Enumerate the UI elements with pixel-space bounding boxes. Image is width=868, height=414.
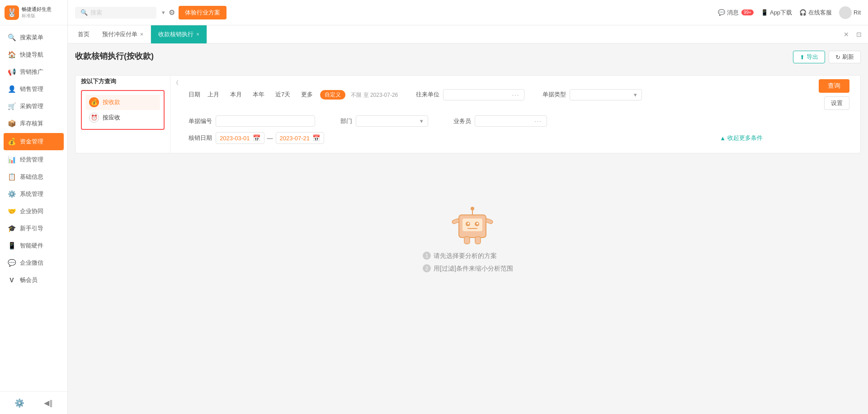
collapse-sidebar-icon[interactable]: ◀‖ [44,399,53,407]
svg-point-4 [467,223,469,224]
filter-row-2: 单据编号 部门 ▾ 业务员 ··· [189,115,853,127]
verify-date-end-input[interactable]: 2023-07-21 📅 [276,132,325,144]
filter-left-title: 按以下方查询 [81,77,165,86]
topbar-gear-icon[interactable]: ⚙ [169,8,175,17]
topbar-chevron-icon[interactable]: ▾ [162,9,165,16]
settings-bottom-icon[interactable]: ⚙️ [14,398,24,408]
finance-icon: 💰 [7,138,16,146]
search-topbar-icon: 🔍 [80,9,88,16]
export-button[interactable]: ⬆ 导出 [793,51,825,63]
sidebar-item-enterprise[interactable]: 🤝 企业协同 [0,203,67,220]
tab-maximize-icon[interactable]: ⊡ [854,29,863,40]
tabbar: 首页 预付冲应付单 × 收款核销执行 × ✕ ⊡ [68,25,868,43]
svg-point-12 [471,207,474,210]
bill-type-label: 单据类型 [542,90,566,99]
sales-select[interactable]: ··· [475,115,547,127]
verify-date-start-input[interactable]: 2023-03-01 📅 [216,132,264,144]
headset-icon: 🎧 [799,9,807,16]
tabbar-right-controls: ✕ ⊡ [842,29,863,40]
sidebar-item-sales[interactable]: 👤 销售管理 [0,81,67,98]
user-menu[interactable]: Rit [839,6,861,19]
filter-option-by-receivable[interactable]: ⏰ 按应收 [85,110,160,125]
sidebar-item-purchase[interactable]: 🛒 采购管理 [0,98,67,115]
date-label: 日期 [189,90,200,99]
collapse-toggle[interactable]: 《 [170,76,181,153]
purchase-icon: 🛒 [7,102,16,110]
date-7days[interactable]: 近7天 [272,90,294,100]
sidebar-logo: 🐰 畅捷通好生意 标准版 [0,0,67,25]
verify-date-range: 2023-03-01 📅 — 2023-07-21 📅 [216,132,324,144]
filter-left-panel: 按以下方查询 💰 按收款 ⏰ 按应收 [75,76,170,153]
sidebar-item-wechat[interactable]: 💬 企业微信 [0,254,67,271]
settings-button[interactable]: 设置 [824,96,849,110]
sidebar-item-system[interactable]: ⚙️ 系统管理 [0,186,67,203]
date-last-month[interactable]: 上月 [204,90,223,100]
search-icon: 🔍 [7,33,16,42]
bill-no-input[interactable] [216,115,315,127]
query-button[interactable]: 查询 [819,79,849,93]
topbar-left: 🔍 搜索 ▾ ⚙ 体验行业方案 [75,6,226,19]
sales-dots-icon: ··· [534,118,542,124]
svg-rect-10 [475,237,481,244]
search-placeholder: 搜索 [90,9,102,17]
sales-label: 业务员 [453,117,471,125]
sidebar-item-guide[interactable]: 🎓 新手引导 [0,220,67,237]
filter-date-item: 日期 上月 本月 本年 近7天 更多 自定义 不限 至 2023-07-26 [189,90,398,100]
sales-icon: 👤 [7,85,16,93]
sidebar-item-quicknav[interactable]: 🏠 快捷导航 [0,46,67,63]
tab1-close-icon[interactable]: × [140,31,143,38]
tab2-label: 收款核销执行 [158,30,193,38]
dept-select[interactable]: ▾ [356,115,428,127]
sidebar-item-vip[interactable]: V 畅会员 [0,271,67,289]
tab-close-window-icon[interactable]: ✕ [842,29,851,40]
sidebar-item-inventory[interactable]: 📦 库存核算 [0,115,67,132]
calendar-end-icon: 📅 [312,134,320,142]
verify-date-end-value: 2023-07-21 [280,135,310,142]
chevron-up-icon: ▲ [720,135,726,142]
operations-icon: 📊 [7,156,16,164]
tab2-close-icon[interactable]: × [196,31,199,38]
tab-collection-verify[interactable]: 收款核销执行 × [151,25,207,43]
verify-date-label: 核销日期 [189,134,212,142]
receipt-icon: 💰 [89,97,99,107]
tab-home[interactable]: 首页 [72,25,95,43]
topbar: 🔍 搜索 ▾ ⚙ 体验行业方案 💬 消息 99+ 📱 App下载 🎧 在线客服 [68,0,868,25]
enterprise-icon: 🤝 [7,207,16,215]
sidebar-nav: 🔍 搜索菜单 🏠 快捷导航 📢 营销推广 👤 销售管理 🛒 采购管理 📦 库存核… [0,25,67,391]
date-custom-btn[interactable]: 自定义 [320,90,345,100]
counterpart-label: 往来单位 [416,90,439,99]
counterpart-select[interactable]: ··· [443,89,524,100]
app-download-button[interactable]: 📱 App下载 [761,9,792,17]
filter-panel: 按以下方查询 💰 按收款 ⏰ 按应收 《 [75,75,861,153]
svg-rect-1 [462,219,482,231]
online-service-button[interactable]: 🎧 在线客服 [799,9,832,17]
refresh-button[interactable]: ↻ 刷新 [829,51,861,63]
bill-type-select[interactable]: ▾ [570,89,642,100]
inventory-icon: 📦 [7,119,16,128]
date-this-year[interactable]: 本年 [249,90,268,100]
sidebar-item-basic[interactable]: 📋 基础信息 [0,168,67,186]
industry-solution-button[interactable]: 体验行业方案 [179,6,226,19]
message-button[interactable]: 💬 消息 99+ [718,9,754,17]
filter-option-by-receipt[interactable]: 💰 按收款 [85,95,160,110]
date-this-month[interactable]: 本月 [226,90,245,100]
page-content: 收款核销执行(按收款) ⬆ 导出 ↻ 刷新 按以下方查询 💰 [68,43,868,414]
receivable-icon: ⏰ [89,113,99,123]
empty-step-2: 2 用[过滤]条件来缩小分析范围 [423,262,513,275]
empty-hint-text: 1 请先选择要分析的方案 2 用[过滤]条件来缩小分析范围 [423,249,513,275]
filter-row-3: 核销日期 2023-03-01 📅 — 2023-07-21 📅 [189,132,853,144]
topbar-search-box: 🔍 搜索 [75,7,156,19]
tab-prepay[interactable]: 预付冲应付单 × [95,25,151,43]
collapse-more-button[interactable]: ▲ 收起更多条件 [720,134,763,142]
message-badge: 99+ [741,10,754,15]
sidebar-item-hardware[interactable]: 📱 智能硬件 [0,237,67,254]
svg-point-5 [476,223,478,224]
sidebar-item-operations[interactable]: 📊 经营管理 [0,151,67,168]
sidebar-item-finance[interactable]: 💰 资金管理 [4,133,64,150]
sidebar-item-search[interactable]: 🔍 搜索菜单 [0,29,67,46]
sidebar-item-marketing[interactable]: 📢 营销推广 [0,63,67,81]
wechat-icon: 💬 [7,259,16,267]
date-more[interactable]: 更多 [297,90,316,100]
empty-step-1: 1 请先选择要分析的方案 [423,249,513,262]
dept-chevron-icon: ▾ [420,118,423,124]
